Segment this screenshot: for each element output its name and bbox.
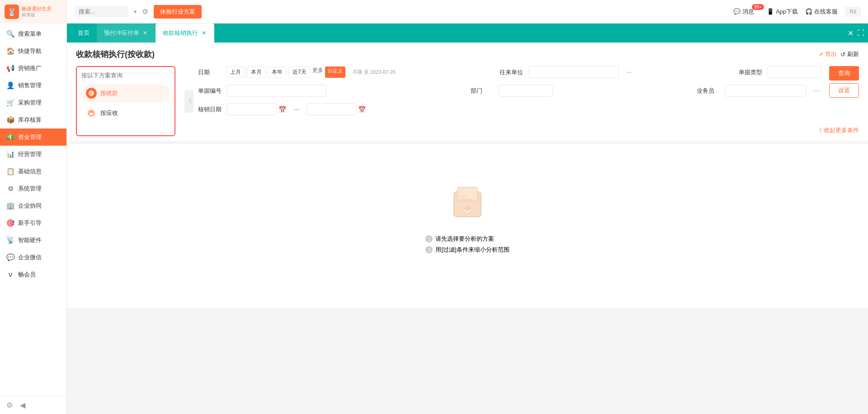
sidebar-item-sales[interactable]: 👤 销售管理	[0, 77, 66, 94]
operations-nav-icon: 📊	[6, 150, 14, 158]
query-button[interactable]: 查询	[829, 66, 859, 81]
enterprise-nav-icon: 🏢	[6, 202, 14, 210]
topbar-chevron-icon[interactable]: ▾	[134, 9, 137, 15]
empty-tip-2: 2 用[过滤]条件来缩小分析范围	[425, 246, 509, 254]
user-info[interactable]: Rit	[845, 7, 861, 17]
logo-text-area: 畅捷通好生意 标准版	[22, 5, 52, 18]
sidebar-item-purchase[interactable]: 🛒 采购管理	[0, 94, 66, 111]
online-service-button[interactable]: 🎧 在线客服	[805, 8, 838, 16]
sidebar-item-search[interactable]: 🔍 搜索菜单	[0, 25, 66, 43]
refresh-button[interactable]: ↺ 刷新	[840, 50, 859, 58]
sidebar-item-label-marketing: 营销推广	[18, 64, 42, 72]
sidebar-item-system[interactable]: ⚙ 系统管理	[0, 180, 66, 197]
doc-type-label: 单据类型	[739, 68, 762, 76]
sidebar-item-operations[interactable]: 📊 经营管理	[0, 146, 66, 163]
sidebar-item-enterprise[interactable]: 🏢 企业协同	[0, 197, 66, 214]
filter-date-label: 日期	[198, 68, 221, 76]
refresh-icon: ↺	[840, 51, 845, 58]
verify-date-start-wrap: 2023-03-01 📅	[227, 103, 286, 115]
filter-row-3: 核销日期 2023-03-01 📅 — 2023-07-21 📅	[198, 103, 822, 115]
verify-date-end-calendar-icon[interactable]: 📅	[358, 106, 366, 113]
svg-text:$: $	[90, 91, 92, 95]
tab-home-label: 首页	[78, 29, 90, 37]
export-label: 导出	[825, 50, 837, 58]
collapse-sidebar-icon[interactable]: ◀	[20, 401, 25, 409]
collapse-button[interactable]: 《	[184, 90, 193, 113]
app-download-button[interactable]: 📱 App下载	[767, 8, 798, 16]
empty-tips: 1 请先选择要分析的方案 2 用[过滤]条件来缩小分析范围	[425, 235, 509, 254]
settings-button[interactable]: 设置	[829, 83, 859, 98]
purchase-nav-icon: 🛒	[6, 99, 14, 107]
sidebar-item-label-finance: 资金管理	[18, 133, 42, 141]
filter-rows-main: 日期 上月 本月 本年 近7天 更多 自定义 不限 至 2023-07-26	[198, 66, 822, 122]
dept-label: 部门	[471, 87, 493, 95]
verify-date-start-calendar-icon[interactable]: 📅	[278, 106, 286, 113]
doc-type-select[interactable]	[768, 66, 822, 78]
settings-footer-icon[interactable]: ⚙	[6, 401, 13, 409]
filter-option-receivable-label: 按应收	[100, 109, 118, 117]
sidebar-item-label-wechat: 企业微信	[18, 253, 42, 262]
sidebar-item-inventory[interactable]: 📦 库存核算	[0, 111, 66, 128]
dept-select[interactable]	[499, 85, 553, 97]
svg-point-2	[89, 110, 94, 116]
filter-row-1-wrap: 日期 上月 本月 本年 近7天 更多 自定义 不限 至 2023-07-26	[198, 66, 859, 122]
filter-panel: 按以下方案查询 $ 按收款	[67, 60, 868, 141]
date-custom-tag[interactable]: 自定义	[325, 67, 345, 78]
filter-sidebar-title: 按以下方案查询	[81, 71, 170, 80]
tab-receipt[interactable]: 收款核销执行 ✕	[156, 24, 214, 43]
sidebar-item-basic-info[interactable]: 📋 基础信息	[0, 163, 66, 180]
tab-prepay-close[interactable]: ✕	[142, 29, 148, 37]
sidebar-footer: ⚙ ◀	[0, 396, 66, 414]
tab-expand-icon[interactable]: ⛶	[857, 29, 864, 37]
sidebar-item-finance[interactable]: 💵 资金管理	[0, 128, 66, 146]
topbar: ▾ ⚙ 休验行业方案 💬 消息 99+ 📱 App下载 🎧 在线客服 Rit	[67, 0, 868, 24]
date-btn-last-month[interactable]: 上月	[226, 67, 245, 78]
sidebar-item-smart-hw[interactable]: 📡 智能硬件	[0, 232, 66, 249]
filter-right: 日期 上月 本月 本年 近7天 更多 自定义 不限 至 2023-07-26	[198, 66, 859, 136]
date-range-hint: 不限 至 2023-07-26	[353, 69, 396, 76]
counterparty-dots-icon[interactable]: ···	[624, 67, 635, 77]
tab-close-all-icon[interactable]: ✕	[848, 29, 854, 38]
date-more-label[interactable]: 更多	[312, 67, 323, 78]
export-button[interactable]: ↗ 导出	[818, 50, 837, 58]
sidebar-nav: 🔍 搜索菜单 🏠 快捷导航 📢 营销推广 👤 销售管理 🛒 采购管理 📦 库存核…	[0, 24, 66, 396]
sidebar-item-label-member: 畅会员	[18, 271, 36, 279]
topbar-gear-icon[interactable]: ⚙	[142, 7, 148, 16]
staff-dots-icon[interactable]: ···	[811, 86, 822, 95]
filter-option-receivable[interactable]: 按应收	[81, 104, 170, 122]
date-btn-this-year[interactable]: 本年	[268, 67, 287, 78]
filter-row-2: 单据编号 部门 业务员 ···	[198, 85, 822, 97]
topbar-search-input[interactable]	[74, 6, 128, 17]
tab-prepay[interactable]: 预付冲应付单 ✕	[97, 24, 156, 43]
message-icon: 💬	[733, 8, 741, 15]
sidebar-item-quick-nav[interactable]: 🏠 快捷导航	[0, 43, 66, 60]
message-badge: 99+	[752, 4, 764, 10]
tab-receipt-close[interactable]: ✕	[201, 29, 207, 37]
collapse-more-icon: 《	[816, 126, 822, 134]
doc-num-input[interactable]	[227, 85, 326, 97]
system-nav-icon: ⚙	[6, 185, 14, 193]
sidebar-item-label-search: 搜索菜单	[18, 30, 42, 38]
filter-row-1: 日期 上月 本月 本年 近7天 更多 自定义 不限 至 2023-07-26	[198, 66, 822, 78]
verify-date-start-input[interactable]: 2023-03-01	[227, 103, 277, 115]
counterparty-input[interactable]	[528, 66, 619, 78]
sidebar-item-newbie[interactable]: 🎯 新手引导	[0, 214, 66, 232]
sidebar-item-member[interactable]: V 畅会员	[0, 266, 66, 283]
export-icon: ↗	[818, 51, 823, 58]
sidebar-item-marketing[interactable]: 📢 营销推广	[0, 60, 66, 77]
sidebar-item-wechat[interactable]: 💬 企业微信	[0, 249, 66, 266]
message-button[interactable]: 💬 消息 99+	[733, 8, 760, 16]
solution-button[interactable]: 休验行业方案	[154, 5, 202, 19]
staff-input[interactable]	[725, 85, 806, 97]
sidebar-item-label-purchase: 采购管理	[18, 99, 42, 107]
service-icon: 🎧	[805, 8, 812, 15]
date-btn-this-month[interactable]: 本月	[247, 67, 266, 78]
empty-tip-1-label: 请先选择要分析的方案	[435, 235, 494, 243]
tab-home[interactable]: 首页	[71, 24, 97, 43]
collapse-more-button[interactable]: 《 收起更多条件	[816, 126, 859, 134]
filter-option-receipt[interactable]: $ 按收款	[81, 84, 170, 102]
verify-date-end-input[interactable]: 2023-07-21	[307, 103, 356, 115]
main-area: ▾ ⚙ 休验行业方案 💬 消息 99+ 📱 App下载 🎧 在线客服 Rit	[67, 0, 868, 414]
date-btn-7days[interactable]: 近7天	[288, 67, 311, 78]
collapse-icon: 《	[186, 97, 192, 105]
